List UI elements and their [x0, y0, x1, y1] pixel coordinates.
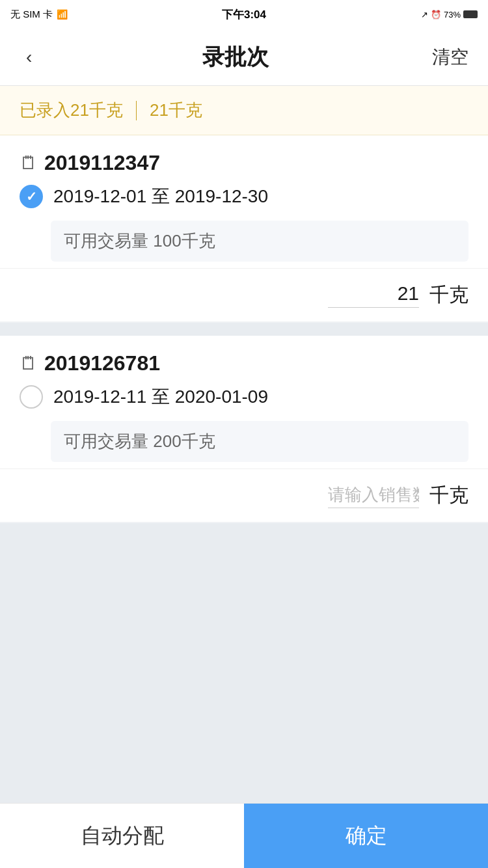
battery-text: 73% [444, 10, 461, 20]
footer: 自动分配 确定 [0, 803, 488, 868]
batch-date-row-1: 2019-12-01 至 2019-12-30 [0, 182, 488, 215]
back-button[interactable]: ‹ [20, 40, 38, 74]
unit-1: 千克 [429, 282, 468, 308]
status-left: 无 SIM 卡 📶 [10, 8, 68, 21]
summary-label: 已录入21千克 [20, 99, 123, 122]
auto-distribute-button[interactable]: 自动分配 [0, 804, 244, 868]
amount-input-2[interactable] [328, 483, 419, 508]
status-time: 下午3:04 [222, 7, 266, 22]
batch-header-2: 🗒 2019126781 [0, 336, 488, 382]
radio-btn-1[interactable] [20, 185, 43, 208]
batch-id-2: 2019126781 [44, 351, 160, 375]
confirm-button[interactable]: 确定 [244, 804, 488, 868]
nav-bar: ‹ 录批次 清空 [0, 29, 488, 86]
summary-value: 21千克 [150, 99, 202, 122]
summary-divider [136, 101, 137, 120]
carrier-text: 无 SIM 卡 [10, 8, 53, 21]
batch-icon-2: 🗒 [20, 353, 38, 374]
radio-btn-2[interactable] [20, 385, 43, 409]
location-icon: ↗ [421, 10, 428, 20]
wifi-icon: 📶 [57, 9, 68, 20]
status-right: ↗ ⏰ 73% [421, 10, 478, 20]
batch-date-1: 2019-12-01 至 2019-12-30 [53, 184, 268, 209]
alarm-icon: ⏰ [431, 10, 441, 20]
amount-input-1[interactable] [328, 282, 419, 308]
amount-row-2: 千克 [0, 468, 488, 522]
status-bar: 无 SIM 卡 📶 下午3:04 ↗ ⏰ 73% [0, 0, 488, 29]
clear-button[interactable]: 清空 [432, 45, 468, 70]
amount-row-1: 千克 [0, 268, 488, 321]
batch-date-row-2: 2019-12-11 至 2020-01-09 [0, 382, 488, 416]
empty-area [0, 523, 488, 803]
summary-bar: 已录入21千克 21千克 [0, 86, 488, 135]
batch-header-1: 🗒 2019112347 [0, 135, 488, 182]
section-separator [0, 323, 488, 336]
batch-item-2: 🗒 2019126781 2019-12-11 至 2020-01-09 可用交… [0, 336, 488, 522]
batch-qty-1: 可用交易量 100千克 [51, 221, 468, 262]
batch-id-1: 2019112347 [44, 151, 160, 175]
batch-icon-1: 🗒 [20, 152, 38, 174]
page-title: 录批次 [202, 42, 269, 72]
batch-date-2: 2019-12-11 至 2020-01-09 [53, 385, 268, 409]
battery-icon [463, 10, 478, 18]
batch-item-1: 🗒 2019112347 2019-12-01 至 2019-12-30 可用交… [0, 135, 488, 321]
unit-2: 千克 [429, 482, 468, 509]
batch-qty-2: 可用交易量 200千克 [51, 421, 468, 462]
